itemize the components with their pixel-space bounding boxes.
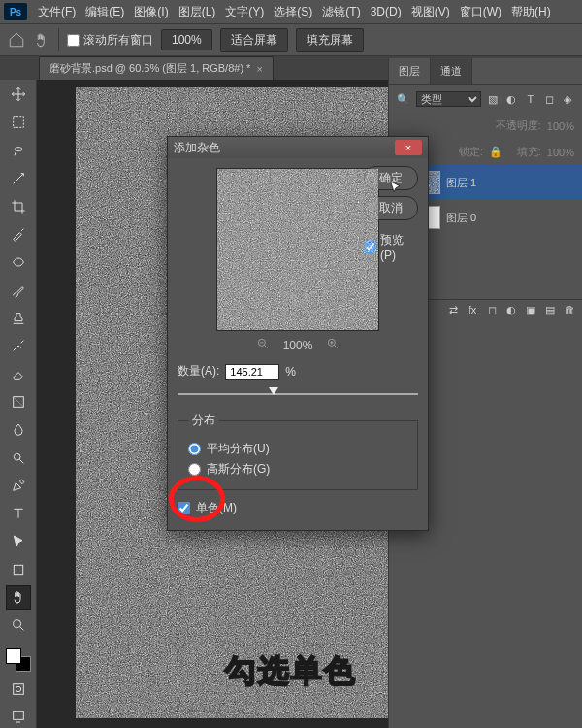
menu-layer[interactable]: 图层(L)	[174, 2, 221, 22]
lock-all-icon[interactable]: 🔒	[489, 146, 502, 159]
dialog-title: 添加杂色	[174, 140, 220, 156]
quickmask-icon[interactable]	[7, 678, 30, 700]
amount-slider[interactable]	[178, 385, 418, 403]
filter-adjust-icon[interactable]: ◐	[505, 92, 518, 106]
gaussian-radio[interactable]: 高斯分布(G)	[188, 461, 407, 478]
eyedropper-tool-icon[interactable]	[7, 223, 30, 246]
opacity-value[interactable]: 100%	[547, 120, 574, 132]
dialog-titlebar[interactable]: 添加杂色 ×	[168, 137, 428, 158]
zoom-in-icon[interactable]	[326, 337, 340, 353]
document-tab[interactable]: 磨砂背景.psd @ 60.6% (图层 1, RGB/8#) * ×	[39, 56, 274, 80]
fx-icon[interactable]: fx	[466, 303, 479, 316]
hand-tool-preset-icon[interactable]	[33, 31, 50, 49]
svg-point-6	[16, 686, 20, 691]
mask-icon[interactable]: ◻	[485, 303, 499, 316]
eraser-tool-icon[interactable]	[7, 363, 30, 385]
history-brush-tool-icon[interactable]	[7, 335, 30, 357]
color-swatch[interactable]	[6, 648, 31, 673]
dodge-tool-icon[interactable]	[7, 447, 30, 469]
svg-rect-3	[14, 565, 22, 574]
brush-tool-icon[interactable]	[7, 279, 30, 301]
lasso-tool-icon[interactable]	[7, 140, 30, 162]
svg-point-2	[14, 453, 20, 460]
screenmode-icon[interactable]	[7, 706, 30, 728]
gradient-tool-icon[interactable]	[7, 391, 30, 414]
zoom-value: 100%	[283, 339, 313, 352]
zoom-out-icon[interactable]	[256, 337, 270, 353]
amount-unit: %	[285, 365, 296, 379]
menu-window[interactable]: 窗口(W)	[455, 2, 506, 22]
distribution-group: 分布 平均分布(U) 高斯分布(G)	[178, 413, 418, 490]
svg-point-4	[13, 620, 20, 628]
filter-smart-icon[interactable]: ◈	[562, 92, 574, 106]
menu-file[interactable]: 文件(F)	[33, 2, 81, 22]
filter-shape-icon[interactable]: ◻	[542, 92, 555, 106]
svg-rect-5	[13, 683, 23, 694]
home-icon[interactable]	[8, 31, 25, 49]
marquee-tool-icon[interactable]	[7, 112, 30, 134]
document-tab-title: 磨砂背景.psd @ 60.6% (图层 1, RGB/8#) *	[49, 61, 250, 76]
svg-rect-0	[13, 117, 23, 128]
document-tab-close-icon[interactable]: ×	[256, 63, 262, 75]
menu-bar: Ps 文件(F) 编辑(E) 图像(I) 图层(L) 文字(Y) 选择(S) 滤…	[0, 0, 582, 23]
new-layer-icon[interactable]: ▤	[543, 303, 557, 316]
pen-tool-icon[interactable]	[7, 475, 30, 497]
svg-rect-7	[13, 712, 23, 720]
filter-pixel-icon[interactable]: ▧	[487, 92, 500, 106]
crop-tool-icon[interactable]	[7, 195, 30, 217]
uniform-radio[interactable]: 平均分布(U)	[188, 441, 407, 457]
adjust-icon[interactable]: ◐	[504, 303, 518, 316]
preview-label: 预览(P)	[380, 232, 418, 262]
layer-kind-select[interactable]: 类型	[416, 91, 481, 107]
type-tool-icon[interactable]	[7, 503, 30, 525]
delete-layer-icon[interactable]: 🗑	[563, 303, 576, 316]
link-layers-icon[interactable]: ⇄	[446, 303, 460, 316]
menu-type[interactable]: 文字(Y)	[220, 2, 269, 22]
menu-help[interactable]: 帮助(H)	[506, 2, 556, 22]
scroll-all-windows-checkbox[interactable]: 滚动所有窗口	[67, 32, 153, 49]
fit-screen-button[interactable]: 适合屏幕	[220, 28, 288, 52]
shape-tool-icon[interactable]	[7, 558, 30, 580]
menu-select[interactable]: 选择(S)	[269, 2, 317, 22]
add-noise-dialog: 添加杂色 × 确定 取消 预览(P) 100% 数量(A): % 分布 平均分布…	[167, 136, 429, 531]
wand-tool-icon[interactable]	[7, 167, 30, 189]
panel-tab-layers[interactable]: 图层	[389, 58, 431, 84]
monochrome-checkbox[interactable]: 单色(M)	[178, 500, 418, 516]
stamp-tool-icon[interactable]	[7, 307, 30, 329]
hand-tool-icon[interactable]	[7, 586, 30, 609]
filter-type-icon[interactable]: T	[524, 92, 536, 106]
zoom-100-button[interactable]: 100%	[161, 29, 212, 50]
lock-label: 锁定:	[459, 145, 483, 159]
patch-tool-icon[interactable]	[7, 251, 30, 274]
menu-view[interactable]: 视图(V)	[406, 2, 455, 22]
svg-rect-10	[217, 169, 378, 330]
options-bar: 滚动所有窗口 100% 适合屏幕 填充屏幕	[0, 23, 582, 56]
monochrome-label: 单色(M)	[196, 500, 237, 516]
amount-label: 数量(A):	[178, 363, 219, 380]
dialog-close-button[interactable]: ×	[395, 140, 422, 155]
separator	[58, 28, 59, 51]
path-select-tool-icon[interactable]	[7, 531, 30, 553]
group-icon[interactable]: ▣	[524, 303, 537, 316]
distribution-legend: 分布	[188, 413, 219, 429]
panel-tab-channels[interactable]: 通道	[431, 58, 472, 84]
menu-image[interactable]: 图像(I)	[129, 2, 173, 22]
amount-input[interactable]	[225, 364, 279, 380]
ps-logo: Ps	[4, 3, 27, 20]
menu-3d[interactable]: 3D(D)	[366, 3, 406, 20]
noise-preview[interactable]	[216, 168, 379, 331]
fill-label: 填充:	[517, 145, 541, 159]
menu-edit[interactable]: 编辑(E)	[81, 2, 129, 22]
opacity-label: 不透明度:	[496, 118, 541, 133]
scroll-all-windows-label: 滚动所有窗口	[83, 32, 153, 49]
fill-value[interactable]: 100%	[547, 147, 574, 158]
toolbox	[0, 80, 37, 728]
menu-filter[interactable]: 滤镜(T)	[317, 2, 365, 22]
blur-tool-icon[interactable]	[7, 418, 30, 441]
layer-name[interactable]: 图层 0	[446, 211, 476, 225]
move-tool-icon[interactable]	[7, 83, 30, 106]
layer-name[interactable]: 图层 1	[446, 176, 476, 190]
zoom-tool-icon[interactable]	[7, 614, 30, 637]
fill-screen-button[interactable]: 填充屏幕	[296, 28, 364, 52]
